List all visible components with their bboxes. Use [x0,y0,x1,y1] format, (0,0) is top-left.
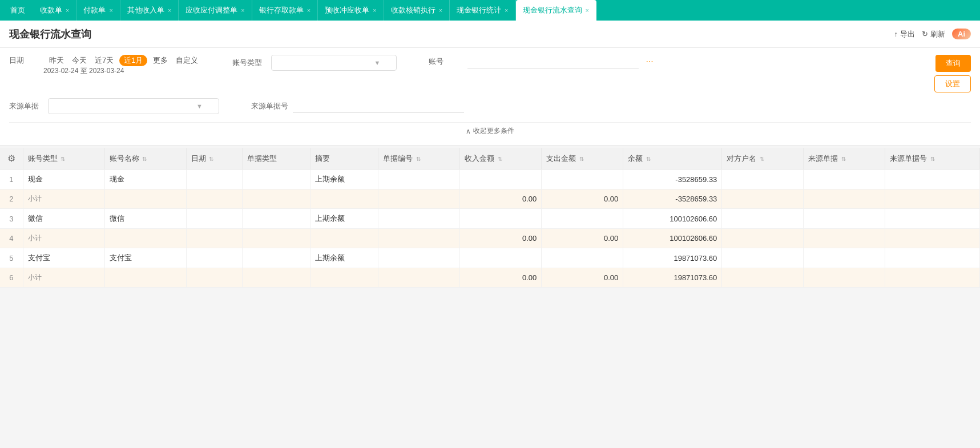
source-doc-no-input[interactable] [293,99,464,113]
col-header-doc_no[interactable]: 单据编号 ⇅ [378,148,460,169]
cell-balance: 19871073.60 [623,268,722,288]
cell-settings: 1 [0,169,23,189]
nav-tab-现金银行统计[interactable]: 现金银行统计× [450,0,515,21]
nav-tab-付款单[interactable]: 付款单× [76,0,120,21]
col-header-doc_type: 单据类型 [242,148,310,169]
cell-source_doc [804,209,885,229]
col-header-account_type[interactable]: 账号类型 ⇅ [23,148,104,169]
cell-date [186,209,242,229]
cell-balance: 100102606.60 [623,209,722,229]
cell-settings: 2 [0,189,23,209]
cell-account_type: 支付宝 [23,248,104,268]
cell-summary: 上期余额 [310,209,378,229]
col-header-date[interactable]: 日期 ⇅ [186,148,242,169]
cell-date [186,189,242,209]
cell-expense: 0.00 [542,189,623,209]
setting-button[interactable]: 设置 [934,75,971,92]
account-no-input[interactable] [467,55,639,68]
cell-doc_type [242,248,310,268]
cell-account_type: 小计 [23,229,104,248]
col-header-counterparty[interactable]: 对方户名 ⇅ [722,148,804,169]
cell-balance: 100102606.60 [623,229,722,248]
cell-counterparty [722,229,804,248]
chevron-down-icon-2: ▼ [196,103,203,110]
date-shortcut-更多[interactable]: 更多 [151,55,170,66]
tab-close-icon[interactable]: × [109,7,112,14]
nav-tab-收款单[interactable]: 收款单× [33,0,76,21]
tab-close-icon[interactable]: × [373,7,376,14]
query-button[interactable]: 查询 [935,55,971,72]
account-no-more-button[interactable]: ··· [646,56,653,67]
gear-icon[interactable]: ⚙ [7,154,15,163]
account-type-select[interactable]: ▼ [271,55,397,71]
date-shortcut-今天[interactable]: 今天 [70,55,89,66]
cell-balance: -3528659.33 [623,189,722,209]
cell-expense [542,248,623,268]
tab-close-icon[interactable]: × [168,7,171,14]
col-header-balance[interactable]: 余额 ⇅ [623,148,722,169]
cell-date [186,248,242,268]
nav-tab-预收冲应收单[interactable]: 预收冲应收单× [318,0,384,21]
tab-close-icon[interactable]: × [505,7,508,14]
cell-account_type: 现金 [23,169,104,189]
cell-settings: 6 [0,268,23,288]
source-doc-select[interactable]: ▼ [48,98,219,114]
date-shortcut-近7天[interactable]: 近7天 [92,55,116,66]
cell-income: 0.00 [460,189,542,209]
sort-icon-date: ⇅ [208,156,214,162]
chevron-up-icon: ∧ [466,127,471,135]
nav-tab-银行存取款单[interactable]: 银行存取款单× [252,0,318,21]
cell-account_type: 小计 [23,189,104,209]
tab-close-icon[interactable]: × [241,7,244,14]
tab-close-icon[interactable]: × [66,7,69,14]
collapse-bar: ∧ 收起更多条件 [9,120,971,138]
cell-summary [310,229,378,248]
cell-settings: 4 [0,229,23,248]
cell-income [460,248,542,268]
date-shortcut-自定义[interactable]: 自定义 [174,55,200,66]
source-doc-no-label: 来源单据号 [251,101,288,111]
date-shortcut-近1月[interactable]: 近1月 [119,55,147,66]
tab-close-icon[interactable]: × [586,7,589,14]
cell-doc_no [378,209,460,229]
cell-counterparty [722,169,804,189]
cell-balance: -3528659.33 [623,169,722,189]
table-row: 1现金现金上期余额-3528659.33 [0,169,980,189]
filter-area: 日期 昨天今天近7天近1月更多自定义 2023-02-24 至 2023-03-… [0,48,980,146]
cell-doc_no [378,229,460,248]
col-header-source_doc_no[interactable]: 来源单据号 ⇅ [885,148,980,169]
nav-tab-现金银行流水查询[interactable]: 现金银行流水查询× [516,0,596,21]
cell-settings: 3 [0,209,23,229]
cell-summary [310,268,378,288]
cell-settings: 5 [0,248,23,268]
ai-button[interactable]: Ai [952,29,971,39]
cell-source_doc_no [885,189,980,209]
refresh-button[interactable]: ↻ 刷新 [922,29,945,39]
cell-summary: 上期余额 [310,248,378,268]
tab-close-icon[interactable]: × [307,7,310,14]
nav-tab-其他收入单[interactable]: 其他收入单× [120,0,179,21]
refresh-icon: ↻ [922,30,928,38]
sort-icon-counterparty: ⇅ [758,156,764,162]
col-header-source_doc[interactable]: 来源单据 ⇅ [804,148,885,169]
collapse-button[interactable]: ∧ 收起更多条件 [466,126,514,136]
cell-expense: 0.00 [542,229,623,248]
cell-doc_type [242,268,310,288]
nav-tab-收款核销执行[interactable]: 收款核销执行× [384,0,450,21]
cell-account_type: 小计 [23,268,104,288]
nav-home[interactable]: 首页 [2,0,33,21]
tab-close-icon[interactable]: × [439,7,442,14]
col-header-account_name[interactable]: 账号名称 ⇅ [104,148,186,169]
date-shortcut-昨天[interactable]: 昨天 [47,55,66,66]
cell-doc_no [378,169,460,189]
cell-date [186,268,242,288]
cell-account_name [104,229,186,248]
export-button[interactable]: ↑ 导出 [894,29,916,39]
col-header-expense[interactable]: 支出金额 ⇅ [542,148,623,169]
cell-doc_type [242,229,310,248]
sort-icon-balance: ⇅ [644,156,651,162]
nav-tab-应收应付调整单[interactable]: 应收应付调整单× [179,0,252,21]
table-container: ⚙账号类型 ⇅账号名称 ⇅日期 ⇅单据类型摘要单据编号 ⇅收入金额 ⇅支出金额 … [0,148,980,288]
cell-doc_no [378,248,460,268]
col-header-income[interactable]: 收入金额 ⇅ [460,148,542,169]
